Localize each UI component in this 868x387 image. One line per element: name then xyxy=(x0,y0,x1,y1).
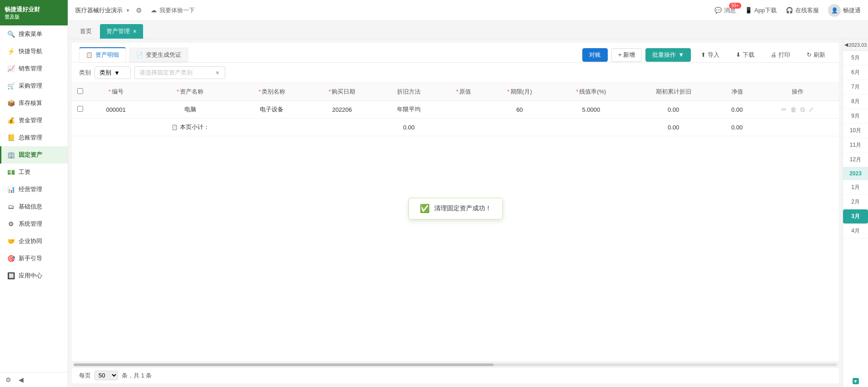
row-period: 60 xyxy=(486,101,553,119)
sub-tab-asset-detail-label: 资产明细 xyxy=(95,51,119,59)
row-purchase-date: 202206 xyxy=(307,101,377,119)
more-icon[interactable]: ⤢ xyxy=(808,106,814,113)
user-avatar-button[interactable]: 👤 畅捷通 xyxy=(828,4,861,17)
calendar-month-2023-3月[interactable]: 3月 xyxy=(843,209,868,224)
refresh-button[interactable]: ↻ 刷新 xyxy=(800,49,832,61)
select-all-checkbox[interactable] xyxy=(77,88,83,94)
service-icon: 🎧 xyxy=(786,7,793,14)
th-period: *期限(月) xyxy=(486,83,553,101)
sidebar-label-3: 采购管理 xyxy=(19,82,42,90)
download-button[interactable]: ⬇ 下载 xyxy=(729,49,761,61)
sub-tab-change-voucher[interactable]: 📄 变更生成凭证 xyxy=(129,48,188,62)
sidebar-item-搜索菜单[interactable]: 🔍搜索菜单 xyxy=(0,25,68,43)
reconcile-button[interactable]: 对账 xyxy=(582,48,608,62)
sidebar-item-快捷导航[interactable]: ⚡快捷导航 xyxy=(0,43,68,60)
calendar-month-2023-4月[interactable]: 4月 xyxy=(843,224,868,238)
app-name: 畅捷通好业财 xyxy=(5,5,40,14)
calendar-month-2022-12月[interactable]: 12月 xyxy=(843,153,868,167)
row-code: 000001 xyxy=(88,101,144,119)
tab-close-icon[interactable]: ✕ xyxy=(133,29,137,35)
edit-icon[interactable]: ✏ xyxy=(781,106,787,113)
calendar-bottom: ▼ xyxy=(843,375,868,387)
sidebar: 畅捷通好业财 普及版 🔍搜索菜单⚡快捷导航📈销售管理🛒采购管理📦库存核算💰资金管… xyxy=(0,0,68,387)
calendar-month-2022-7月[interactable]: 7月 xyxy=(843,80,868,94)
calendar-month-2022-6月[interactable]: 6月 xyxy=(843,65,868,80)
sidebar-icon-10: 🗂 xyxy=(7,203,15,210)
topbar-right: 💬 消息 99+ 📱 App下载 🎧 在线客服 👤 畅捷通 xyxy=(714,4,861,17)
online-service-button[interactable]: 🎧 在线客服 xyxy=(786,6,819,15)
sidebar-item-新手引导[interactable]: 🎯新手引导 xyxy=(0,250,68,267)
batch-ops-button[interactable]: 批量操作 ▼ xyxy=(645,48,691,62)
messages-button[interactable]: 💬 消息 99+ xyxy=(714,6,736,15)
sidebar-item-总账管理[interactable]: 📒总账管理 xyxy=(0,129,68,146)
app-download-button[interactable]: 📱 App下载 xyxy=(745,6,777,15)
scroll-thumb xyxy=(74,363,494,366)
sidebar-icon-9: 📊 xyxy=(7,186,15,193)
asset-detail-icon: 📋 xyxy=(86,52,93,58)
sidebar-item-销售管理[interactable]: 📈销售管理 xyxy=(0,60,68,77)
content-main: 📋 资产明细 📄 变更生成凭证 对账 + 新增 批量操作 xyxy=(72,43,839,383)
company-selector[interactable]: 医疗器械行业演示 ▼ xyxy=(75,6,130,15)
sidebar-icon-14: 🔲 xyxy=(7,272,15,279)
calendar-month-2022-10月[interactable]: 10月 xyxy=(843,124,868,138)
calendar-month-2022-9月[interactable]: 9月 xyxy=(843,109,868,124)
expand-arrow-icon: ▼ xyxy=(853,379,858,384)
category-type-select[interactable]: 类别 ▼ xyxy=(94,66,131,79)
new-button[interactable]: + 新增 xyxy=(611,48,642,62)
calendar-expand-button[interactable]: ▼ xyxy=(853,378,859,384)
calendar-month-2023-2月[interactable]: 2月 xyxy=(843,195,868,209)
download-arrow-icon: ⬇ xyxy=(736,51,741,58)
batch-ops-label: 批量操作 xyxy=(652,51,676,59)
import-label: 导入 xyxy=(708,51,719,59)
experience-button[interactable]: ☁ 我要体验一下 xyxy=(151,6,195,15)
per-page-select[interactable]: 50 100 200 xyxy=(94,371,118,380)
sidebar-item-资金管理[interactable]: 💰资金管理 xyxy=(0,112,68,129)
tab-asset-management[interactable]: 资产管理 ✕ xyxy=(100,24,143,39)
sidebar-item-工资[interactable]: 💵工资 xyxy=(0,164,68,181)
copy-icon[interactable]: ⧉ xyxy=(800,106,805,114)
sidebar-item-经营管理[interactable]: 📊经营管理 xyxy=(0,181,68,198)
sidebar-item-基础信息[interactable]: 🗂基础信息 xyxy=(0,198,68,215)
app-edition: 普及版 xyxy=(5,14,20,20)
delete-icon[interactable]: 🗑 xyxy=(790,106,797,113)
refresh-label: 刷新 xyxy=(813,51,825,59)
calendar-month-2022-8月[interactable]: 8月 xyxy=(843,94,868,109)
sidebar-icon-12: 🤝 xyxy=(7,238,15,245)
tab-home-label: 首页 xyxy=(80,27,92,35)
category-name-select[interactable]: 请选择固定资产类别 ▼ xyxy=(134,66,225,79)
sidebar-item-系统管理[interactable]: ⚙系统管理 xyxy=(0,215,68,233)
sidebar-item-企业协同[interactable]: 🤝企业协同 xyxy=(0,233,68,250)
category-type-value: 类别 xyxy=(99,69,111,77)
settings-gear-icon[interactable]: ⚙ xyxy=(136,6,142,15)
collapse-icon[interactable]: ◀ xyxy=(19,376,24,383)
sidebar-icon-8: 💵 xyxy=(7,169,15,176)
import-button[interactable]: ⬆ 导入 xyxy=(694,49,726,61)
download-label: 下载 xyxy=(743,51,754,59)
calendar-expand-icon[interactable]: ◀ xyxy=(844,42,848,48)
sub-tab-asset-detail[interactable]: 📋 资产明细 xyxy=(79,47,126,62)
tab-home[interactable]: 首页 xyxy=(74,24,98,39)
row-net-value: 0.00 xyxy=(717,101,756,119)
sidebar-item-应用中心[interactable]: 🔲应用中心 xyxy=(0,267,68,284)
sidebar-bottom: ⚙ ◀ xyxy=(0,372,68,387)
th-accumulated-depreciation: 期初累计折旧 xyxy=(630,83,717,101)
print-button[interactable]: 🖨 打印 xyxy=(764,49,797,61)
calendar-month-2022-11月[interactable]: 11月 xyxy=(843,138,868,153)
horizontal-scrollbar[interactable] xyxy=(72,362,839,367)
sidebar-label-8: 工资 xyxy=(19,168,30,176)
subtotal-icon: 📋 xyxy=(171,124,178,130)
username: 畅捷通 xyxy=(843,6,861,15)
calendar-month-2023-1月[interactable]: 1月 xyxy=(843,180,868,195)
row-accumulated-depreciation: 0.00 xyxy=(630,101,717,119)
sidebar-item-固定资产[interactable]: 🏢固定资产 xyxy=(0,146,68,164)
sidebar-item-库存核算[interactable]: 📦库存核算 xyxy=(0,94,68,112)
settings-icon[interactable]: ⚙ xyxy=(5,376,11,383)
sidebar-item-采购管理[interactable]: 🛒采购管理 xyxy=(0,77,68,94)
row-checkbox-cell xyxy=(72,101,88,119)
calendar-month-2022-5月[interactable]: 5月 xyxy=(843,51,868,65)
calendar-scroll: 5月6月7月8月9月10月11月12月20231月2月3月4月 xyxy=(843,51,868,375)
sidebar-label-10: 基础信息 xyxy=(19,203,42,211)
row-checkbox[interactable] xyxy=(77,106,83,112)
scroll-track xyxy=(74,363,837,366)
print-label: 打印 xyxy=(779,51,790,59)
